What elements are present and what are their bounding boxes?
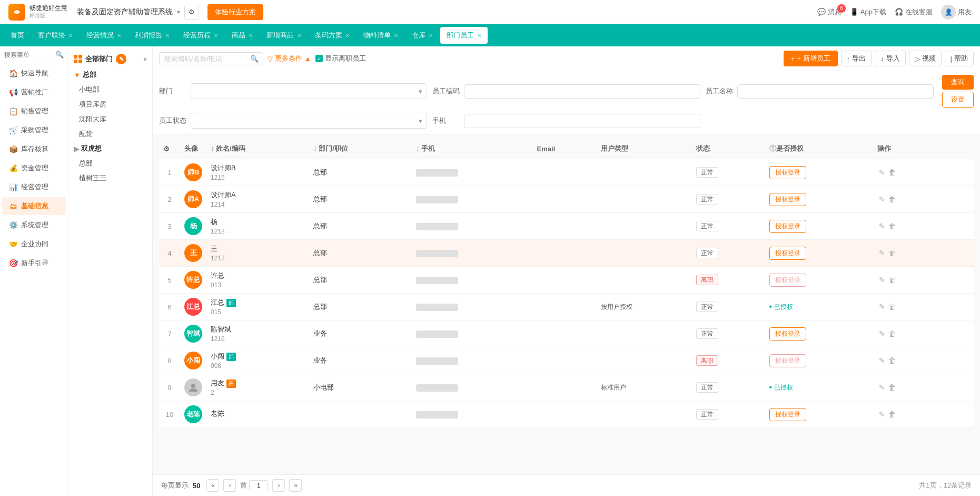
- close-icon[interactable]: ✕: [214, 33, 218, 38]
- filter-dept-select[interactable]: ▾: [191, 83, 427, 99]
- trial-button[interactable]: 体验行业方案: [207, 4, 263, 20]
- tab-bom[interactable]: 物料清单 ✕: [357, 27, 404, 44]
- delete-button[interactable]: 🗑: [887, 221, 897, 231]
- filter-phone-input[interactable]: [464, 114, 700, 128]
- page-first-button[interactable]: «: [206, 479, 219, 492]
- query-button[interactable]: 查询: [942, 75, 974, 90]
- tab-business-history[interactable]: 经营历程 ✕: [177, 27, 224, 44]
- tab-barcode[interactable]: 条码方案 ✕: [309, 27, 356, 44]
- sidebar-search-input[interactable]: [4, 51, 53, 59]
- page-next-button[interactable]: ›: [272, 479, 285, 492]
- close-icon[interactable]: ✕: [477, 33, 481, 38]
- sidebar-item-marketing[interactable]: 📢 营销推广: [2, 83, 66, 101]
- import-button[interactable]: ↓ 导入: [875, 51, 906, 66]
- sidebar-item-inventory[interactable]: 📦 库存核算: [2, 140, 66, 158]
- sidebar-item-purchase[interactable]: 🛒 采购管理: [2, 121, 66, 139]
- dept-item-xiaodibu[interactable]: 小电部: [68, 82, 152, 97]
- auth-button[interactable]: 授权登录: [769, 274, 806, 287]
- auth-button[interactable]: 授权登录: [769, 327, 806, 341]
- online-service-button[interactable]: 🎧 在线客服: [895, 7, 933, 17]
- edit-button[interactable]: ✎: [877, 221, 887, 231]
- dept-collapse-button[interactable]: «: [143, 55, 147, 63]
- tab-warehouse[interactable]: 仓库 ✕: [405, 27, 439, 44]
- page-last-button[interactable]: »: [289, 479, 302, 492]
- dept-item-zongbu2[interactable]: 总部: [68, 156, 152, 171]
- tab-home[interactable]: 首页: [4, 27, 31, 44]
- page-prev-button[interactable]: ‹: [223, 479, 236, 492]
- auth-button[interactable]: 授权登录: [769, 193, 806, 206]
- search-icon[interactable]: 🔍: [250, 55, 259, 63]
- sidebar-item-operations[interactable]: 📊 经营管理: [2, 178, 66, 196]
- add-employee-button[interactable]: + + 新增员工: [784, 51, 838, 66]
- dept-edit-button[interactable]: ✎: [116, 54, 126, 64]
- edit-button[interactable]: ✎: [877, 302, 887, 312]
- close-icon[interactable]: ✕: [297, 33, 301, 38]
- auth-button[interactable]: 授权登录: [769, 247, 806, 260]
- close-icon[interactable]: ✕: [68, 33, 73, 38]
- message-button[interactable]: 💬 消息 8: [817, 7, 842, 17]
- show-resigned-checkbox[interactable]: ✓ 显示离职员工: [315, 54, 366, 63]
- sidebar-search-icon[interactable]: 🔍: [55, 51, 64, 59]
- auth-button[interactable]: 授权登录: [769, 220, 806, 233]
- settings-icon[interactable]: ⚙: [184, 5, 199, 20]
- tab-operation-status[interactable]: 经营情况 ✕: [80, 27, 127, 44]
- delete-button[interactable]: 🗑: [887, 194, 897, 205]
- edit-button[interactable]: ✎: [877, 382, 887, 393]
- tab-new-goods[interactable]: 新增商品 ✕: [260, 27, 308, 44]
- delete-button[interactable]: 🗑: [887, 409, 897, 420]
- edit-button[interactable]: ✎: [877, 275, 887, 285]
- close-icon[interactable]: ✕: [394, 33, 398, 38]
- app-download-button[interactable]: 📱 App下载: [850, 7, 886, 17]
- dept-item-zhishuwangsan[interactable]: 植树王三: [68, 171, 152, 186]
- user-avatar[interactable]: 👤 用友: [941, 5, 972, 20]
- page-input[interactable]: [249, 480, 268, 491]
- delete-button[interactable]: 🗑: [887, 248, 897, 258]
- edit-button[interactable]: ✎: [877, 355, 887, 366]
- delete-button[interactable]: 🗑: [887, 328, 897, 339]
- sidebar-item-sales[interactable]: 📋 销售管理: [2, 102, 66, 120]
- tab-goods[interactable]: 商品 ✕: [225, 27, 259, 44]
- sys-title-arrow-icon[interactable]: ▾: [177, 8, 180, 16]
- search-input[interactable]: [164, 55, 248, 63]
- sort-icon[interactable]: ↕: [211, 144, 214, 152]
- delete-button[interactable]: 🗑: [887, 167, 897, 178]
- dept-group-shuanghuxiang[interactable]: ▶ 双虎想: [68, 141, 152, 156]
- delete-button[interactable]: 🗑: [887, 302, 897, 312]
- sidebar-item-basic[interactable]: 🗂 基础信息: [2, 197, 66, 215]
- edit-button[interactable]: ✎: [877, 167, 887, 178]
- dept-item-peihuo[interactable]: 配货: [68, 127, 152, 141]
- sort-icon[interactable]: ↕: [313, 144, 317, 152]
- edit-button[interactable]: ✎: [877, 409, 887, 420]
- edit-button[interactable]: ✎: [877, 248, 887, 258]
- close-icon[interactable]: ✕: [165, 33, 170, 38]
- dept-item-xiangmu[interactable]: 项目库房: [68, 97, 152, 112]
- settings-icon[interactable]: ⚙: [163, 145, 170, 153]
- close-icon[interactable]: ✕: [429, 33, 433, 38]
- sidebar-item-enterprise[interactable]: 🤝 企业协同: [2, 235, 66, 253]
- more-filter-button[interactable]: ▽ 更多条件 ▲: [268, 54, 311, 63]
- close-icon[interactable]: ✕: [249, 33, 253, 38]
- filter-status-select[interactable]: ▾: [191, 113, 427, 129]
- delete-button[interactable]: 🗑: [887, 355, 897, 366]
- help-button[interactable]: | 帮助: [945, 51, 974, 66]
- filter-empname-input[interactable]: [737, 84, 934, 99]
- export-button[interactable]: ↑ 导出: [841, 51, 872, 66]
- auth-button[interactable]: 授权登录: [769, 354, 806, 367]
- filter-empcode-input[interactable]: [464, 84, 700, 99]
- sidebar-item-finance[interactable]: 💰 资金管理: [2, 159, 66, 177]
- tab-customer[interactable]: 客户联络 ✕: [32, 27, 79, 44]
- sidebar-item-quick-nav[interactable]: 🏠 快速导航: [2, 64, 66, 82]
- tab-dept-employee[interactable]: 部门员工 ✕: [440, 27, 488, 44]
- auth-button[interactable]: 授权登录: [769, 166, 806, 179]
- delete-button[interactable]: 🗑: [887, 275, 897, 285]
- close-icon[interactable]: ✕: [345, 33, 350, 38]
- dept-group-zongbu[interactable]: ▼ 总部: [68, 67, 152, 82]
- set-button[interactable]: 设置: [942, 92, 974, 108]
- tab-profit-report[interactable]: 利润报告 ✕: [128, 27, 176, 44]
- close-icon[interactable]: ✕: [117, 33, 121, 38]
- sidebar-item-guide[interactable]: 🎯 新手引导: [2, 254, 66, 272]
- edit-button[interactable]: ✎: [877, 194, 887, 205]
- edit-button[interactable]: ✎: [877, 328, 887, 339]
- delete-button[interactable]: 🗑: [887, 382, 897, 393]
- video-button[interactable]: ▷ 视频: [909, 51, 942, 66]
